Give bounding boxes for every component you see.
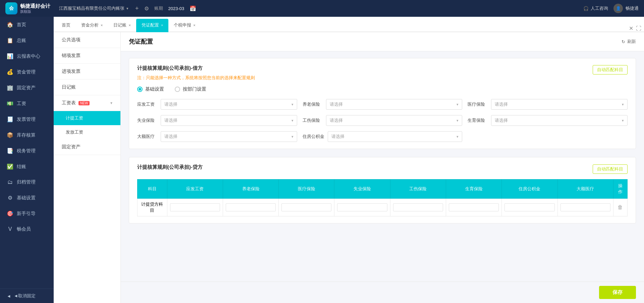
input-maternity[interactable] [449, 203, 499, 211]
radio-department[interactable]: 按部门设置 [175, 86, 206, 92]
sub-sidebar-payroll[interactable]: 工资表 NEW ▾ [54, 95, 120, 111]
sidebar-item-assets[interactable]: 🏢 固定资产 [0, 80, 54, 96]
field-maternity-select[interactable]: 请选择 ▾ [491, 115, 628, 126]
row-medical-input[interactable] [279, 199, 334, 216]
payroll-expand-icon: ▾ [110, 101, 112, 105]
tab-close-all-icon[interactable]: ✕ [629, 25, 633, 32]
logo-icon: 会 [5, 2, 17, 14]
gear-button[interactable]: ⚙ [144, 5, 149, 12]
field-housing-select[interactable]: 请选择 ▾ [328, 131, 463, 142]
tab-voucher-config[interactable]: 凭证配置 × [136, 19, 168, 32]
tab-home[interactable]: 首页 [56, 19, 76, 32]
sidebar-item-finance[interactable]: 💰 资金管理 [0, 64, 54, 80]
field-large-medical-select[interactable]: 请选择 ▾ [161, 131, 297, 142]
sidebar: 🏠 首页 📋 总账 📊 云报表中心 💰 资金管理 🏢 固定资产 💵 工资 🧾 发… [0, 17, 54, 303]
field-pension-select[interactable]: 请选择 ▾ [326, 99, 463, 110]
save-button[interactable]: 保存 [599, 286, 636, 299]
home-icon: 🏠 [7, 21, 13, 28]
period-label: 账期 [154, 5, 163, 11]
sidebar-item-ledger[interactable]: 📋 总账 [0, 33, 54, 48]
app-sub: 旗舰版 [20, 9, 50, 14]
input-salary[interactable] [170, 203, 220, 211]
input-housing[interactable] [504, 203, 554, 211]
input-medical[interactable] [281, 203, 331, 211]
tab-home-label: 首页 [62, 22, 70, 28]
sidebar-item-guide[interactable]: 🎯 新手引导 [0, 206, 54, 221]
debit-auto-match-button[interactable]: 自动匹配科目 [593, 65, 628, 74]
sidebar-item-home[interactable]: 🏠 首页 [0, 17, 54, 33]
sidebar-unpin-button[interactable]: ◄ ◄取消固定 [0, 289, 54, 303]
sidebar-label-invoice: 发票管理 [17, 116, 36, 122]
ai-consult-button[interactable]: 🎧 人工咨询 [583, 5, 608, 11]
field-unemployment-select[interactable]: 请选择 ▾ [161, 115, 297, 126]
input-unemployment[interactable] [337, 203, 387, 211]
row-unemployment-input[interactable] [334, 199, 390, 216]
row-housing-input[interactable] [502, 199, 557, 216]
sidebar-item-salary[interactable]: 💵 工资 [0, 96, 54, 111]
sidebar-item-close[interactable]: ✅ 结账 [0, 159, 54, 174]
col-medical: 医疗保险 [279, 180, 334, 199]
debit-section-title: 计提核算规则(公司承担)-借方 [137, 65, 593, 71]
sub-sidebar-public[interactable]: 公共选项 [54, 32, 120, 48]
sub-sidebar-pay-salary[interactable]: 发放工资 [54, 125, 120, 139]
tab-voucher-close[interactable]: × [161, 23, 163, 27]
field-medical: 医疗保险 请选择 ▾ [468, 99, 628, 110]
radio-basic[interactable]: 基础设置 [137, 86, 164, 92]
main-panel: 凭证配置 ↻ 刷新 计提核算规则(公司承担)-借方 注：只能选择一种方式，系统将… [121, 32, 644, 303]
field-medical-select[interactable]: 请选择 ▾ [491, 99, 628, 110]
sidebar-label-salary: 工资 [17, 101, 26, 107]
tab-finance[interactable]: 资金分析 × [76, 19, 108, 32]
sidebar-item-invoice[interactable]: 🧾 发票管理 [0, 111, 54, 127]
tab-journal-close[interactable]: × [128, 23, 130, 27]
sub-sidebar-journal[interactable]: 日记账 [54, 80, 120, 95]
field-housing-placeholder: 请选择 [331, 134, 344, 140]
input-injury[interactable] [393, 203, 443, 211]
sidebar-label-finance: 资金管理 [17, 69, 36, 75]
user-area[interactable]: 👤 畅捷通 [613, 4, 639, 13]
sidebar-item-member[interactable]: V 畅会员 [0, 221, 54, 237]
logo-area: 会 畅捷通好会计 旗舰版 [5, 2, 59, 14]
page-content: 公共选项 销项发票 进项发票 日记账 工资表 NEW ▾ [54, 32, 644, 303]
field-injury-select[interactable]: 请选择 ▾ [326, 115, 463, 126]
row-injury-input[interactable] [390, 199, 446, 216]
tab-tax-close[interactable]: × [193, 23, 195, 27]
row-large-medical-input[interactable] [557, 199, 613, 216]
tab-tax-return[interactable]: 个税申报 × [168, 19, 201, 32]
reports-icon: 📊 [7, 53, 13, 59]
company-selector[interactable]: 江西服宝精品有限责任公司内账张 ▾ [59, 5, 128, 11]
sidebar-item-settings[interactable]: ⚙ 基础设置 [0, 190, 54, 206]
tab-journal[interactable]: 日记账 × [108, 19, 136, 32]
sub-sidebar-accrue-salary[interactable]: 计提工资 [54, 111, 120, 125]
col-pension: 养老保险 [223, 180, 278, 199]
col-action: 操作 [613, 180, 627, 199]
sidebar-label-member: 畅会员 [17, 226, 31, 232]
refresh-label: 刷新 [627, 39, 636, 45]
row-salary-input[interactable] [167, 199, 223, 216]
input-large-medical[interactable] [560, 203, 610, 211]
sidebar-label-assets: 固定资产 [17, 85, 36, 91]
sidebar-item-tax[interactable]: 📑 税务管理 [0, 143, 54, 159]
input-pension[interactable] [226, 203, 276, 211]
field-pension: 养老保险 请选择 ▾ [303, 99, 463, 110]
sub-sidebar-fixed-assets[interactable]: 固定资产 [54, 139, 120, 155]
credit-auto-match-button[interactable]: 自动匹配科目 [593, 164, 628, 174]
field-salary-select[interactable]: 请选择 ▾ [161, 99, 297, 110]
tab-expand-icon[interactable]: ⛶ [636, 26, 641, 32]
refresh-button[interactable]: ↻ 刷新 [622, 39, 636, 45]
sidebar-item-inventory[interactable]: 📦 库存核算 [0, 127, 54, 143]
sub-sidebar-pay-label: 发放工资 [66, 130, 83, 135]
sub-sidebar-purchase-invoice[interactable]: 进项发票 [54, 64, 120, 80]
delete-row-icon[interactable]: 🗑 [618, 204, 623, 210]
sub-sidebar-accrue-label: 计提工资 [66, 115, 83, 120]
sub-sidebar-sales-label: 销项发票 [62, 53, 80, 58]
avatar: 👤 [613, 4, 623, 13]
sidebar-item-reports[interactable]: 📊 云报表中心 [0, 48, 54, 64]
sub-sidebar-sales-invoice[interactable]: 销项发票 [54, 48, 120, 64]
calendar-button[interactable]: 📅 [190, 5, 196, 12]
row-pension-input[interactable] [223, 199, 278, 216]
injury-dropdown-icon: ▾ [457, 118, 459, 123]
row-maternity-input[interactable] [446, 199, 502, 216]
add-button[interactable]: + [135, 5, 139, 12]
tab-finance-close[interactable]: × [101, 23, 103, 27]
sidebar-item-archive[interactable]: 🗂 归档管理 [0, 174, 54, 190]
